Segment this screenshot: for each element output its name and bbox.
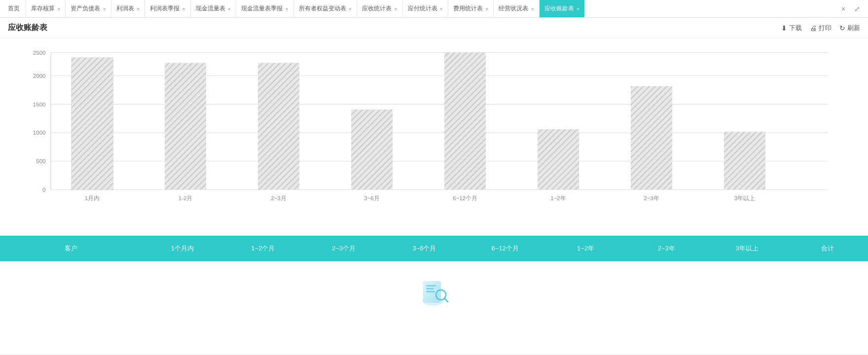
col-2-3y: 2~3年 — [626, 244, 707, 253]
col-total: 合计 — [788, 244, 868, 253]
refresh-icon: ↻ — [839, 24, 845, 32]
maximize-window-button[interactable]: ⤢ — [852, 4, 862, 14]
tab-home[interactable]: 首页 — [2, 0, 26, 18]
tab-cashflow[interactable]: 现金流量表 × — [191, 0, 236, 18]
col-over-3y: 3年以上 — [707, 244, 788, 253]
chart-area: 0 500 1000 1500 2000 2500 — [0, 38, 868, 236]
tab-balance-sheet[interactable]: 资产负债表 × — [66, 0, 111, 18]
svg-rect-17 — [351, 109, 393, 190]
col-1-2y: 1~2年 — [545, 244, 626, 253]
tab-close-operations[interactable]: × — [531, 6, 534, 12]
tab-expense-stats[interactable]: 费用统计表 × — [448, 0, 494, 18]
col-customer: 客户 — [0, 244, 142, 253]
svg-rect-37 — [426, 291, 435, 292]
svg-text:500: 500 — [36, 158, 45, 164]
svg-text:3年以上: 3年以上 — [734, 195, 755, 201]
main-content: 0 500 1000 1500 2000 2500 — [0, 38, 868, 354]
svg-rect-36 — [426, 288, 434, 289]
col-within-1m: 1个月内 — [142, 244, 223, 253]
tab-close-cashflow-quarterly[interactable]: × — [285, 6, 288, 12]
col-1-2m: 1~2个月 — [223, 244, 304, 253]
print-button[interactable]: 🖨 打印 — [810, 24, 832, 33]
refresh-button[interactable]: ↻ 刷新 — [839, 24, 860, 33]
svg-text:1-2月: 1-2月 — [179, 195, 193, 201]
svg-text:1000: 1000 — [33, 130, 46, 136]
svg-rect-35 — [426, 285, 436, 286]
download-icon: ⬇ — [781, 24, 787, 32]
svg-rect-15 — [165, 63, 206, 190]
svg-text:1月内: 1月内 — [85, 195, 100, 201]
tab-bar: 首页 库存核算 × 资产负债表 × 利润表 × 利润表季报 × 现金流量表 × … — [0, 0, 868, 18]
tab-close-ar-aging[interactable]: × — [577, 6, 579, 12]
table-body — [0, 261, 868, 320]
svg-rect-16 — [258, 63, 299, 190]
tab-ar-stats[interactable]: 应收统计表 × — [357, 0, 402, 18]
svg-rect-18 — [444, 53, 486, 190]
tab-ap-stats[interactable]: 应付统计表 × — [403, 0, 448, 18]
svg-text:1500: 1500 — [33, 102, 46, 107]
tab-close-equity-changes[interactable]: × — [349, 6, 352, 12]
header-actions: ⬇ 下载 🖨 打印 ↻ 刷新 — [781, 24, 860, 33]
tab-cashflow-quarterly[interactable]: 现金流量表季报 × — [236, 0, 293, 18]
empty-state-icon — [414, 271, 454, 311]
svg-text:6~12个月: 6~12个月 — [453, 195, 477, 201]
svg-text:3~6月: 3~6月 — [364, 195, 380, 201]
svg-text:2~3月: 2~3月 — [271, 195, 287, 201]
window-controls: × ⤢ — [838, 4, 866, 14]
svg-rect-19 — [538, 129, 579, 190]
svg-text:0: 0 — [42, 187, 45, 193]
table-header: 客户 1个月内 1~2个月 2~3个月 3~6个月 6~12个月 1~2年 2~… — [0, 236, 868, 261]
svg-rect-21 — [724, 132, 765, 190]
page-title: 应收账龄表 — [8, 23, 47, 33]
svg-text:2000: 2000 — [33, 73, 46, 79]
col-6-12m: 6~12个月 — [465, 244, 545, 253]
svg-text:2500: 2500 — [33, 50, 46, 56]
tab-equity-changes[interactable]: 所有者权益变动表 × — [294, 0, 357, 18]
svg-text:2~3年: 2~3年 — [644, 195, 659, 201]
svg-line-39 — [444, 298, 448, 302]
bar-chart: 0 500 1000 1500 2000 2500 — [20, 46, 848, 214]
tab-ar-aging[interactable]: 应收账龄表 × — [540, 0, 584, 18]
download-button[interactable]: ⬇ 下载 — [781, 24, 802, 33]
page-header: 应收账龄表 ⬇ 下载 🖨 打印 ↻ 刷新 — [0, 18, 868, 38]
tab-profit[interactable]: 利润表 × — [111, 0, 145, 18]
tab-close-ap-stats[interactable]: × — [440, 6, 443, 12]
svg-text:1~2年: 1~2年 — [550, 195, 566, 201]
tab-close-profit-quarterly[interactable]: × — [182, 6, 185, 12]
tab-close-cashflow[interactable]: × — [228, 6, 231, 12]
print-icon: 🖨 — [810, 24, 817, 32]
tab-close-ar-stats[interactable]: × — [394, 6, 397, 12]
close-window-button[interactable]: × — [838, 4, 848, 14]
svg-rect-20 — [631, 86, 672, 190]
svg-rect-14 — [72, 58, 113, 190]
tab-close-profit[interactable]: × — [137, 6, 140, 12]
tab-close-expense-stats[interactable]: × — [485, 6, 488, 12]
tab-close-balance-sheet[interactable]: × — [103, 6, 106, 12]
tab-inventory[interactable]: 库存核算 × — [26, 0, 66, 18]
tab-operations[interactable]: 经营状况表 × — [494, 0, 539, 18]
col-2-3m: 2~3个月 — [303, 244, 384, 253]
col-3-6m: 3~6个月 — [384, 244, 465, 253]
tab-profit-quarterly[interactable]: 利润表季报 × — [145, 0, 190, 18]
tab-close-inventory[interactable]: × — [57, 6, 60, 12]
